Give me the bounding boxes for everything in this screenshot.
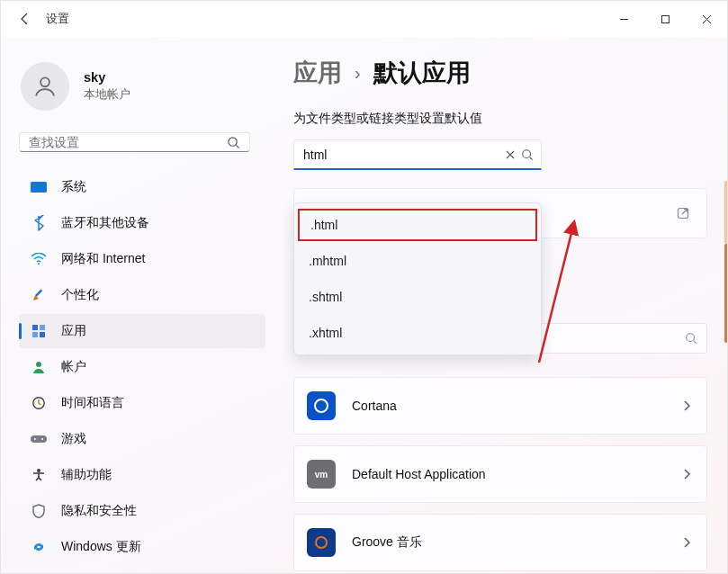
nav-item-gaming[interactable]: 游戏: [19, 422, 265, 456]
nav-item-system[interactable]: 系统: [19, 170, 265, 204]
svg-point-6: [38, 263, 40, 265]
breadcrumb-root[interactable]: 应用: [293, 57, 342, 89]
svg-rect-8: [32, 325, 38, 330]
nav-item-label: 蓝牙和其他设备: [61, 215, 149, 231]
breadcrumb-current: 默认应用: [373, 57, 471, 89]
groove-icon: [307, 528, 336, 557]
svg-point-2: [40, 77, 49, 86]
suggest-item[interactable]: .html: [298, 209, 537, 241]
suggest-item[interactable]: .shtml: [294, 279, 541, 315]
nav-item-label: 隐私和安全性: [61, 503, 137, 519]
decorative-sliver: [724, 181, 728, 244]
search-icon[interactable]: [521, 148, 534, 161]
nav-item-label: 网络和 Internet: [61, 251, 145, 267]
filetype-section-label: 为文件类型或链接类型设置默认值: [293, 111, 707, 127]
svg-rect-5: [31, 182, 47, 193]
suggest-item[interactable]: .xhtml: [294, 315, 541, 351]
svg-point-17: [37, 469, 40, 472]
accessibility-icon: [31, 467, 47, 483]
filetype-suggestions: .html.mhtml.shtml.xhtml: [293, 202, 542, 355]
svg-rect-1: [661, 15, 669, 22]
app-label: Groove 音乐: [352, 534, 683, 551]
filetype-search[interactable]: [293, 139, 542, 170]
personalize-icon: [31, 287, 47, 303]
nav-item-label: 辅助功能: [61, 467, 112, 483]
nav-item-accessibility[interactable]: 辅助功能: [19, 458, 265, 492]
nav-item-apps[interactable]: 应用: [19, 314, 265, 348]
nav-item-label: 应用: [61, 323, 86, 339]
accounts-icon: [31, 359, 47, 375]
nav-item-accounts[interactable]: 帐户: [19, 350, 265, 384]
close-button[interactable]: [686, 1, 727, 37]
svg-line-19: [530, 157, 533, 159]
nav-item-privacy[interactable]: 隐私和安全性: [19, 494, 265, 528]
title-bar: 设置: [1, 1, 727, 37]
update-icon: [31, 539, 47, 555]
dha-icon: vm: [307, 460, 336, 489]
maximize-button[interactable]: [644, 1, 686, 37]
nav-item-time[interactable]: 时间和语言: [19, 386, 265, 420]
nav-item-update[interactable]: Windows 更新: [19, 530, 265, 564]
suggest-item[interactable]: .mhtml: [294, 243, 541, 279]
svg-point-16: [41, 438, 43, 440]
time-icon: [31, 395, 47, 411]
nav-item-label: 游戏: [61, 431, 86, 447]
chevron-right-icon: [683, 537, 690, 548]
svg-point-21: [687, 334, 695, 342]
open-external-icon: [676, 206, 690, 220]
user-name: sky: [84, 70, 130, 85]
search-icon: [227, 136, 240, 149]
svg-point-3: [229, 137, 237, 145]
minimize-button[interactable]: [603, 1, 644, 37]
svg-line-4: [236, 145, 238, 148]
svg-point-15: [34, 438, 36, 440]
svg-rect-10: [32, 332, 38, 337]
user-subtitle: 本地帐户: [84, 87, 130, 103]
nav-item-label: 帐户: [61, 359, 86, 375]
window-title: 设置: [46, 11, 69, 27]
decorative-sliver: [724, 244, 728, 343]
cortana-icon: [307, 391, 336, 420]
avatar: [21, 62, 69, 111]
settings-search[interactable]: [19, 132, 250, 152]
svg-rect-9: [40, 325, 45, 330]
system-icon: [31, 179, 47, 195]
chevron-right-icon: ›: [355, 63, 361, 84]
nav: 系统蓝牙和其他设备网络和 Internet个性化应用帐户时间和语言游戏辅助功能隐…: [19, 170, 265, 564]
window-controls: [603, 1, 727, 37]
svg-point-12: [36, 362, 41, 367]
app-label: Default Host Application: [352, 467, 683, 481]
nav-item-label: 个性化: [61, 287, 99, 303]
app-card-cortana[interactable]: Cortana: [293, 377, 707, 435]
chevron-right-icon: [683, 469, 690, 480]
search-icon: [685, 332, 697, 345]
user-block[interactable]: sky 本地帐户: [21, 62, 265, 111]
app-card-groove[interactable]: Groove 音乐: [293, 514, 707, 571]
svg-line-22: [694, 341, 697, 344]
app-list: Cortana vm Default Host Application Groo…: [293, 377, 707, 573]
back-button[interactable]: [12, 5, 39, 32]
nav-item-network[interactable]: 网络和 Internet: [19, 242, 265, 276]
app-label: Cortana: [352, 399, 683, 413]
svg-rect-14: [31, 435, 47, 443]
nav-item-label: 系统: [61, 179, 86, 195]
nav-item-bluetooth[interactable]: 蓝牙和其他设备: [19, 206, 265, 240]
app-card-dha[interactable]: vm Default Host Application: [293, 445, 707, 503]
network-icon: [31, 251, 47, 267]
bluetooth-icon: [31, 215, 47, 231]
nav-item-label: 时间和语言: [61, 395, 124, 411]
svg-point-18: [523, 149, 531, 157]
nav-item-label: Windows 更新: [61, 539, 141, 555]
svg-rect-7: [35, 290, 42, 297]
apps-icon: [31, 323, 47, 339]
left-pane: sky 本地帐户 系统蓝牙和其他设备网络和 Internet个性化应用帐户时间和…: [1, 37, 266, 573]
svg-rect-11: [40, 332, 45, 337]
settings-search-input[interactable]: [29, 136, 227, 149]
breadcrumb: 应用 › 默认应用: [293, 57, 707, 89]
privacy-icon: [31, 503, 47, 519]
gaming-icon: [31, 431, 47, 447]
right-pane: 应用 › 默认应用 为文件类型或链接类型设置默认值 Cor: [266, 37, 727, 573]
nav-item-personalize[interactable]: 个性化: [19, 278, 265, 312]
filetype-search-input[interactable]: [303, 148, 499, 162]
clear-icon[interactable]: [499, 149, 521, 160]
